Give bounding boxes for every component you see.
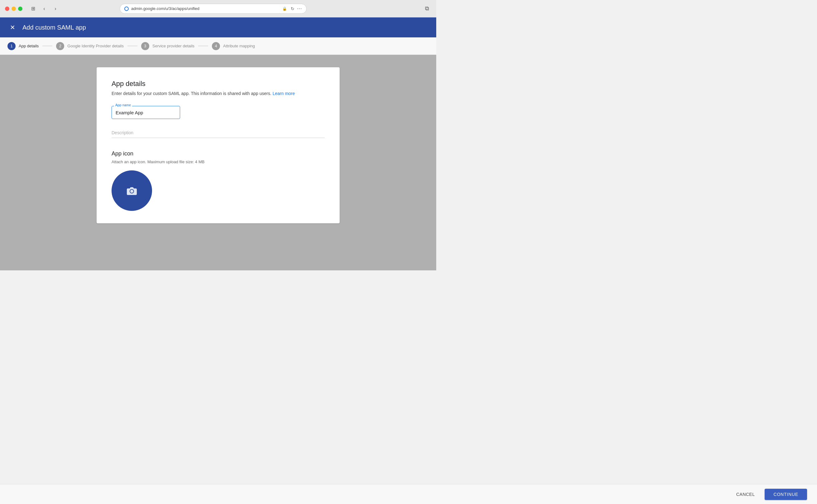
step-4-label: Attribute mapping <box>223 44 255 48</box>
url-text: admin.google.com/u/3/ac/apps/unified <box>131 6 280 11</box>
maximize-traffic-light[interactable] <box>18 7 22 11</box>
forward-button[interactable]: › <box>51 4 60 13</box>
page-title: Add custom SAML app <box>22 24 86 31</box>
close-button[interactable]: ✕ <box>7 22 17 32</box>
step-2-label: Google Identity Provider details <box>67 44 124 48</box>
step-2-number: 2 <box>56 42 64 50</box>
site-icon <box>124 7 129 11</box>
app-name-field-wrapper: App name <box>112 106 325 119</box>
close-traffic-light[interactable] <box>5 7 9 11</box>
back-button[interactable]: ‹ <box>40 4 49 13</box>
step-2: 2 Google Identity Provider details <box>56 42 124 50</box>
step-3-label: Service provider details <box>152 44 194 48</box>
stepper: 1 App details 2 Google Identity Provider… <box>0 37 436 55</box>
step-1: 1 App details <box>7 42 39 50</box>
address-bar[interactable]: admin.google.com/u/3/ac/apps/unified 🔒 ↻… <box>120 4 307 14</box>
step-4: 4 Attribute mapping <box>212 42 255 50</box>
learn-more-link[interactable]: Learn more <box>273 91 295 96</box>
app-icon-section: App icon Attach an app icon. Maximum upl… <box>112 150 325 211</box>
more-icon[interactable]: ⋯ <box>297 6 302 12</box>
step-divider-1 <box>42 46 52 46</box>
lock-icon: 🔒 <box>282 7 287 11</box>
card-description-text: Enter details for your custom SAML app. … <box>112 91 271 96</box>
main-content: App details Enter details for your custo… <box>0 55 436 270</box>
app-header: ✕ Add custom SAML app <box>0 17 436 37</box>
app-name-input[interactable] <box>112 106 180 119</box>
description-input[interactable] <box>112 128 325 138</box>
step-1-label: App details <box>19 44 39 48</box>
app-icon-description: Attach an app icon. Maximum upload file … <box>112 159 325 164</box>
browser-chrome: ⊞ ‹ › admin.google.com/u/3/ac/apps/unifi… <box>0 0 436 17</box>
step-3: 3 Service provider details <box>141 42 194 50</box>
new-tab-button[interactable]: ⧉ <box>423 4 431 13</box>
sidebar-toggle-button[interactable]: ⊞ <box>29 4 37 13</box>
app-name-label: App name <box>114 103 132 107</box>
step-divider-2 <box>127 46 137 46</box>
app-details-card: App details Enter details for your custo… <box>97 67 340 223</box>
step-3-number: 3 <box>141 42 149 50</box>
app-name-field-box: App name <box>112 106 180 119</box>
app-icon-title: App icon <box>112 150 325 157</box>
step-1-number: 1 <box>7 42 16 50</box>
card-title: App details <box>112 80 325 88</box>
reload-icon[interactable]: ↻ <box>291 6 294 11</box>
browser-nav-controls: ⊞ ‹ › <box>29 4 60 13</box>
step-divider-3 <box>198 46 208 46</box>
camera-icon <box>127 186 137 195</box>
card-description: Enter details for your custom SAML app. … <box>112 91 325 96</box>
traffic-lights <box>5 7 22 11</box>
step-4-number: 4 <box>212 42 220 50</box>
minimize-traffic-light[interactable] <box>12 7 16 11</box>
icon-upload-button[interactable] <box>112 170 152 211</box>
